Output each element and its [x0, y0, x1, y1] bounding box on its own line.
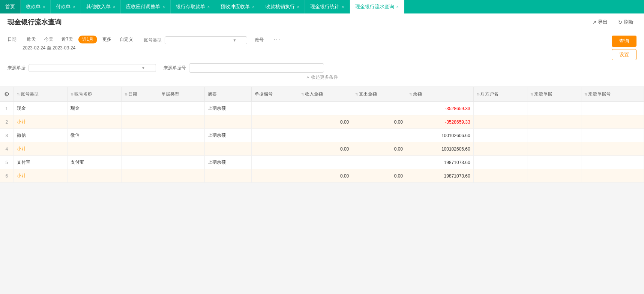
cell-date — [122, 169, 158, 183]
cell-no: 3 — [0, 129, 14, 142]
account-type-select[interactable]: ▼ — [165, 36, 247, 44]
date-opt-1month[interactable]: 近1月 — [78, 36, 98, 43]
col-account-name[interactable]: ⇅账号名称 — [68, 87, 122, 102]
nav-item-2[interactable]: 其他收入单 × — [81, 0, 121, 13]
cell-income — [298, 102, 352, 115]
source-doc-dropdown-icon: ▼ — [141, 66, 145, 70]
col-source-doc[interactable]: ⇅来源单据 — [527, 87, 581, 102]
nav-item-6[interactable]: 收款核销执行 × — [260, 0, 305, 13]
cell-source-doc-no — [581, 115, 644, 129]
col-expense[interactable]: ⇅支出金额 — [352, 87, 406, 102]
cell-summary: 上期余额 — [205, 102, 252, 115]
settings-button[interactable]: 设置 — [612, 49, 636, 60]
cell-expense — [352, 156, 406, 169]
cell-source-doc-no — [581, 169, 644, 183]
close-icon-8[interactable]: × — [396, 4, 399, 9]
cell-source-doc — [527, 156, 581, 169]
close-icon-7[interactable]: × — [342, 4, 344, 9]
table-row: 5 支付宝 支付宝 上期余额 19871073.60 — [0, 156, 644, 169]
cell-doc-type — [158, 142, 205, 156]
cell-doc-type — [158, 156, 205, 169]
col-settings[interactable]: ⚙ — [0, 87, 14, 102]
cell-counterparty — [473, 115, 527, 129]
close-icon-6[interactable]: × — [297, 4, 299, 9]
col-balance[interactable]: ⇅余额 — [406, 87, 473, 102]
date-filter-row: 日期 昨天 今天 近7天 近1月 更多 自定义 — [8, 36, 136, 43]
table-container: ⚙ ⇅账号类型 ⇅账号名称 ⇅日期 单据类型 摘要 单据编号 ⇅收入金额 ⇅支出… — [0, 87, 644, 183]
cell-income — [298, 129, 352, 142]
cell-expense — [352, 129, 406, 142]
date-opt-today[interactable]: 今天 — [41, 36, 56, 43]
col-source-doc-no[interactable]: ⇅来源单据号 — [581, 87, 644, 102]
nav-item-5[interactable]: 预收冲应收单 × — [215, 0, 260, 13]
nav-item-4[interactable]: 银行存取款单 × — [171, 0, 215, 13]
cell-account-name — [68, 169, 122, 183]
cell-source-doc-no — [581, 142, 644, 156]
close-icon-4[interactable]: × — [207, 4, 210, 9]
cell-expense: 0.00 — [352, 142, 406, 156]
nav-item-8[interactable]: 现金银行流水查询 × — [350, 0, 404, 13]
cell-doc-no — [251, 115, 298, 129]
date-options: 昨天 今天 近7天 近1月 更多 自定义 — [24, 36, 136, 43]
cell-counterparty — [473, 169, 527, 183]
col-income[interactable]: ⇅收入金额 — [298, 87, 352, 102]
cell-summary: 上期余额 — [205, 156, 252, 169]
cell-date — [122, 115, 158, 129]
settings-col-icon[interactable]: ⚙ — [4, 91, 9, 97]
cell-income: 0.00 — [298, 142, 352, 156]
source-doc-select[interactable]: ▼ — [29, 64, 156, 72]
cell-source-doc-no — [581, 102, 644, 115]
collapse-bar[interactable]: ∧ 收起更多条件 — [8, 73, 636, 82]
account-more-icon[interactable]: ··· — [271, 36, 283, 43]
date-opt-more[interactable]: 更多 — [99, 36, 114, 43]
cell-date — [122, 142, 158, 156]
col-account-type[interactable]: ⇅账号类型 — [14, 87, 68, 102]
close-icon-1[interactable]: × — [73, 4, 75, 9]
col-counterparty[interactable]: ⇅对方户名 — [473, 87, 527, 102]
date-opt-yesterday[interactable]: 昨天 — [24, 36, 39, 43]
cell-account-type: 小计 — [14, 115, 68, 129]
close-icon-5[interactable]: × — [252, 4, 254, 9]
cell-doc-no — [251, 129, 298, 142]
source-doc-num-label: 来源单据号 — [164, 65, 186, 71]
source-doc-num-input[interactable] — [189, 63, 324, 73]
cell-income: 0.00 — [298, 115, 352, 129]
cell-source-doc — [527, 129, 581, 142]
filter-area: 日期 昨天 今天 近7天 近1月 更多 自定义 2023-02-24 至 202… — [0, 31, 644, 87]
cell-no: 2 — [0, 115, 14, 129]
refresh-button[interactable]: ↻ 刷新 — [615, 17, 636, 27]
nav-item-1[interactable]: 付款单 × — [51, 0, 81, 13]
col-summary[interactable]: 摘要 — [205, 87, 252, 102]
close-icon-2[interactable]: × — [113, 4, 115, 9]
nav-home[interactable]: 首页 — [0, 0, 21, 13]
cell-income: 0.00 — [298, 169, 352, 183]
cell-counterparty — [473, 102, 527, 115]
nav-item-0[interactable]: 收款单 × — [21, 0, 51, 13]
date-opt-7days[interactable]: 近7天 — [59, 36, 76, 43]
cell-account-name — [68, 142, 122, 156]
table-row: 3 微信 微信 上期余额 100102606.60 — [0, 129, 644, 142]
export-button[interactable]: ↗ 导出 — [589, 17, 611, 27]
cell-doc-type — [158, 115, 205, 129]
cell-counterparty — [473, 156, 527, 169]
cell-expense: 0.00 — [352, 169, 406, 183]
cell-expense — [352, 102, 406, 115]
close-icon-3[interactable]: × — [162, 4, 165, 9]
col-date[interactable]: ⇅日期 — [122, 87, 158, 102]
cell-income — [298, 156, 352, 169]
cell-source-doc — [527, 142, 581, 156]
nav-item-3[interactable]: 应收应付调整单 × — [121, 0, 170, 13]
account-type-label: 账号类型 — [144, 37, 162, 43]
cell-no: 1 — [0, 102, 14, 115]
nav-item-7[interactable]: 现金银行统计 × — [305, 0, 350, 13]
close-icon-0[interactable]: × — [43, 4, 45, 9]
account-type-dropdown-icon: ▼ — [233, 38, 236, 42]
cell-balance: 100102606.60 — [406, 142, 473, 156]
col-doc-type[interactable]: 单据类型 — [158, 87, 205, 102]
cell-balance: -3528659.33 — [406, 115, 473, 129]
date-label: 日期 — [8, 36, 21, 43]
date-opt-custom[interactable]: 自定义 — [117, 36, 136, 43]
query-button[interactable]: 查询 — [612, 36, 636, 47]
col-doc-no[interactable]: 单据编号 — [251, 87, 298, 102]
cell-account-name: 现金 — [68, 102, 122, 115]
